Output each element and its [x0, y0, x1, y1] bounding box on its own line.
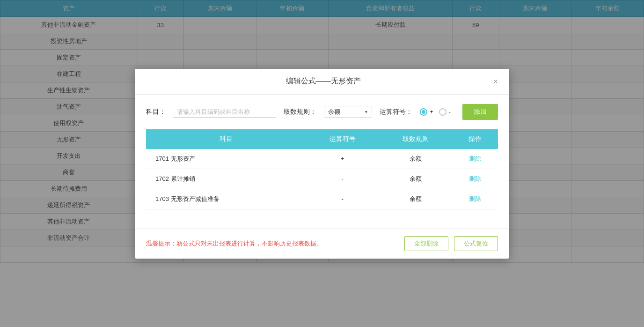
col-subject: 科目	[146, 129, 306, 149]
close-icon[interactable]: ×	[491, 76, 500, 87]
col-action: 操作	[452, 129, 498, 149]
page-container: 资产 行次 期末余额 年初余额 负债和所有者权益 行次 期末余额 年初余额 其他…	[0, 0, 644, 327]
row-0-subject: 1701 无形资产	[146, 149, 306, 169]
table-row: 1702 累计摊销 - 余额 删除	[146, 169, 498, 189]
row-2-action: 删除	[452, 189, 498, 209]
delete-button-0[interactable]: 删除	[469, 155, 481, 163]
col-operator: 运算符号	[306, 129, 379, 149]
row-1-operator: -	[306, 169, 379, 189]
row-1-subject: 1702 累计摊销	[146, 169, 306, 189]
footer-buttons: 全部删除 公式复位	[404, 236, 498, 251]
table-header-row: 科目 运算符号 取数规则 操作	[146, 129, 498, 149]
radio-minus[interactable]: -	[439, 108, 451, 116]
modal-header: 编辑公式——无形资产 ×	[135, 69, 509, 95]
add-button[interactable]: 添加	[462, 104, 498, 120]
table-row: 1701 无形资产 + 余额 删除	[146, 149, 498, 169]
row-0-operator: +	[306, 149, 379, 169]
formula-table: 科目 运算符号 取数规则 操作 1701 无形资产 + 余额 删除	[146, 129, 498, 209]
table-row: 1703 无形资产减值准备 - 余额 删除	[146, 189, 498, 209]
modal-title: 编辑公式——无形资产	[155, 76, 491, 86]
row-0-action: 删除	[452, 149, 498, 169]
operator-plus-label: +	[430, 108, 433, 115]
modal-overlay: 编辑公式——无形资产 × 科目： 取数规则： 余额 借方发生额 贷方发生额 净	[0, 0, 644, 327]
delete-all-button[interactable]: 全部删除	[404, 236, 448, 251]
operator-label: 运算符号：	[380, 108, 412, 116]
subject-label: 科目：	[146, 108, 166, 116]
delete-button-1[interactable]: 删除	[469, 175, 481, 183]
footer-tip-text: 温馨提示：新公式只对未出报表进行计算，不影响历史报表数据。	[146, 240, 322, 247]
operator-wrap: + -	[420, 108, 451, 116]
row-2-rule: 余额	[379, 189, 452, 209]
form-row: 科目： 取数规则： 余额 借方发生额 贷方发生额 净发生额 运算符号：	[146, 104, 498, 120]
modal-footer: 温馨提示：新公式只对未出报表进行计算，不影响历史报表数据。 全部删除 公式复位	[135, 228, 509, 259]
fetch-rule-select-wrap: 余额 借方发生额 贷方发生额 净发生额	[324, 106, 372, 118]
modal-body: 科目： 取数规则： 余额 借方发生额 贷方发生额 净发生额 运算符号：	[135, 95, 509, 228]
radio-plus-icon[interactable]	[420, 108, 427, 116]
fetch-rule-label: 取数规则：	[284, 108, 316, 116]
row-2-operator: -	[306, 189, 379, 209]
operator-minus-label: -	[449, 108, 451, 115]
col-rule: 取数规则	[379, 129, 452, 149]
fetch-rule-select[interactable]: 余额 借方发生额 贷方发生额 净发生额	[324, 106, 372, 118]
row-1-rule: 余额	[379, 169, 452, 189]
edit-formula-modal: 编辑公式——无形资产 × 科目： 取数规则： 余额 借方发生额 贷方发生额 净	[135, 69, 509, 259]
delete-button-2[interactable]: 删除	[469, 195, 481, 203]
row-0-rule: 余额	[379, 149, 452, 169]
radio-plus[interactable]: +	[420, 108, 433, 116]
subject-input[interactable]	[173, 106, 276, 118]
reset-formula-button[interactable]: 公式复位	[454, 236, 498, 251]
row-1-action: 删除	[452, 169, 498, 189]
row-2-subject: 1703 无形资产减值准备	[146, 189, 306, 209]
footer-tip: 温馨提示：新公式只对未出报表进行计算，不影响历史报表数据。	[146, 239, 322, 248]
radio-minus-icon[interactable]	[439, 108, 446, 116]
